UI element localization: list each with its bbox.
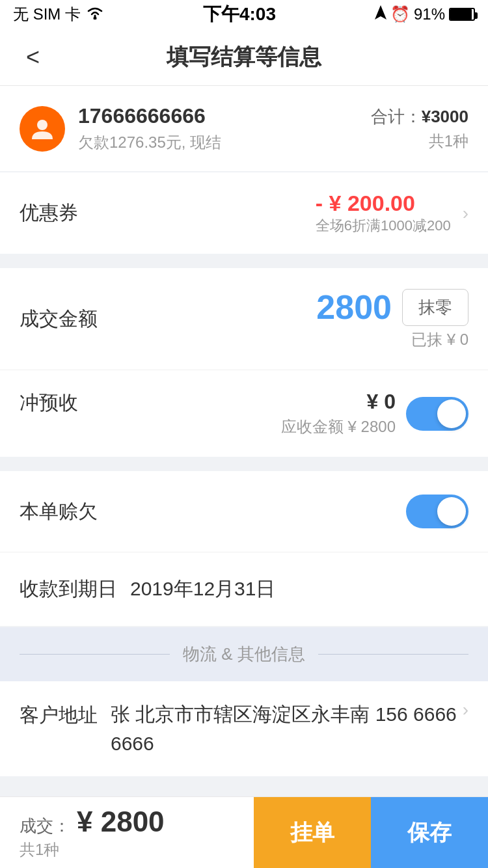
address-row[interactable]: 客户地址 张 北京市市辖区海淀区永丰南 156 6666 6666 › (0, 681, 488, 776)
deal-amount-value-area: 2800 抹零 (316, 288, 468, 327)
coupon-description: 全场6折满1000减200 (316, 216, 451, 236)
bottom-deal-count: 共1种 (20, 839, 234, 860)
coupon-discount: - ¥ 200.00 (316, 191, 451, 216)
chong-toggle[interactable] (406, 397, 468, 431)
coupon-row[interactable]: 优惠券 - ¥ 200.00 全场6折满1000减200 › (0, 172, 488, 254)
section-divider-1 (0, 255, 488, 268)
chong-amount: ¥ 0 (281, 390, 396, 414)
bottom-summary-top: 成交： ¥ 2800 (20, 806, 234, 838)
coupon-label: 优惠券 (20, 200, 78, 226)
duedate-row: 收款到期日 2019年12月31日 (0, 552, 488, 626)
hang-button[interactable]: 挂单 (254, 797, 371, 868)
address-label: 客户地址 (20, 699, 98, 729)
carrier-text: 无 SIM 卡 (13, 4, 81, 25)
sheqian-row: 本单赊欠 (0, 471, 488, 552)
content: 17666666666 欠款1276.35元, 现结 合计：¥3000 共1种 … (0, 86, 488, 868)
battery-text: 91% (414, 5, 445, 23)
deal-amount-value: 2800 (316, 288, 392, 327)
chong-yushou-label: 冲预收 (20, 390, 78, 416)
logistics-text: 物流 & 其他信息 (183, 643, 305, 666)
customer-phone: 17666666666 (78, 104, 221, 128)
svg-point-0 (94, 17, 97, 20)
sheqian-toggle-knob (437, 497, 466, 526)
round-button[interactable]: 抹零 (402, 289, 468, 326)
status-time: 下午4:03 (203, 2, 276, 27)
status-right: ⏰ 91% (375, 5, 475, 23)
address-chevron-icon: › (463, 699, 468, 720)
chong-yushou-right: ¥ 0 应收金额 ¥ 2800 (281, 390, 468, 437)
deal-amount-sub: 已抹 ¥ 0 (316, 329, 468, 350)
section-divider-2 (0, 458, 488, 471)
total-label: 合计：¥3000 (371, 105, 468, 128)
wifi-icon (86, 5, 104, 23)
toggle-knob (437, 400, 466, 428)
customer-totals: 合计：¥3000 共1种 (371, 105, 468, 152)
battery-icon (449, 8, 475, 21)
logistics-header: 物流 & 其他信息 (0, 627, 488, 681)
bottom-deal-amount: ¥ 2800 (77, 806, 165, 838)
logistics-line-left (20, 654, 170, 655)
coupon-right: - ¥ 200.00 全场6折满1000减200 › (316, 191, 468, 236)
nav-bar: < 填写结算等信息 (0, 29, 488, 86)
sheqian-label: 本单赊欠 (20, 498, 98, 525)
page-title: 填写结算等信息 (167, 42, 321, 72)
duedate-label: 收款到期日 (20, 576, 117, 603)
address-value: 张 北京市市辖区海淀区永丰南 156 6666 6666 (111, 699, 457, 758)
chong-sub: 应收金额 ¥ 2800 (281, 416, 396, 437)
bottom-bar: 成交： ¥ 2800 共1种 挂单 保存 (0, 796, 488, 868)
status-bar: 无 SIM 卡 下午4:03 ⏰ 91% (0, 0, 488, 29)
total-count: 共1种 (371, 131, 468, 152)
deal-amount-right: 2800 抹零 已抹 ¥ 0 (316, 288, 468, 350)
chong-values: ¥ 0 应收金额 ¥ 2800 (281, 390, 396, 437)
duedate-value: 2019年12月31日 (130, 576, 275, 603)
alarm-icon: ⏰ (390, 5, 410, 23)
avatar (20, 106, 65, 152)
deal-amount-label: 成交金额 (20, 306, 98, 332)
logistics-line-right (318, 654, 468, 655)
chong-yushou-row: 冲预收 ¥ 0 应收金额 ¥ 2800 (0, 370, 488, 457)
bottom-deal-label: 成交： (20, 815, 70, 837)
sheqian-toggle[interactable] (406, 495, 468, 528)
customer-info: 17666666666 欠款1276.35元, 现结 (78, 104, 221, 153)
customer-left: 17666666666 欠款1276.35元, 现结 (20, 104, 221, 153)
save-button[interactable]: 保存 (371, 797, 488, 868)
deal-amount-row: 成交金额 2800 抹零 已抹 ¥ 0 (0, 268, 488, 370)
location-icon (375, 5, 386, 23)
deal-amount-section: 成交金额 2800 抹零 已抹 ¥ 0 冲预收 ¥ 0 应收金额 ¥ 2800 (0, 268, 488, 457)
coupon-value-area: - ¥ 200.00 全场6折满1000减200 (316, 191, 451, 236)
svg-point-1 (37, 120, 47, 130)
chevron-right-icon: › (463, 203, 468, 224)
sheqian-section: 本单赊欠 收款到期日 2019年12月31日 (0, 471, 488, 626)
bottom-summary: 成交： ¥ 2800 共1种 (0, 797, 254, 868)
customer-card: 17666666666 欠款1276.35元, 现结 合计：¥3000 共1种 (0, 86, 488, 171)
status-carrier: 无 SIM 卡 (13, 4, 104, 25)
back-button[interactable]: < (20, 37, 46, 77)
customer-debt: 欠款1276.35元, 现结 (78, 132, 221, 153)
